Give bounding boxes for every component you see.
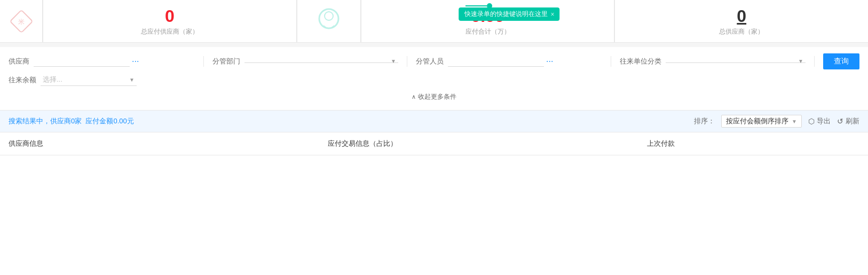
table-col-transaction-info: 应付交易信息（占比） (328, 139, 647, 148)
stat-suppliers-payable-label: 总应付供应商（家） (141, 27, 199, 36)
collapse-row: ∧ 收起更多条件 (9, 90, 859, 106)
filter-unit-class-label: 往来单位分类 (620, 57, 661, 66)
filter-balance-dropdown[interactable]: 选择... ▼ (41, 74, 137, 86)
filter-row-2: 往来余额 选择... ▼ (9, 74, 859, 86)
filter-section: 供应商 ··· 分管部门 ▼ 分管人员 ··· 往来单位分类 ▼ (0, 47, 868, 111)
filter-divider-1 (203, 56, 204, 67)
filter-person-input[interactable] (448, 56, 544, 67)
stat-total-suppliers: 快速录单的快捷键说明在这里 × 0 总供应商（家） (614, 0, 868, 42)
diamond-logo: 米 (8, 8, 35, 35)
filter-person: 分管人员 ··· (416, 56, 602, 67)
filter-supplier-input[interactable] (34, 56, 130, 67)
filter-balance: 往来余额 选择... ▼ (9, 74, 859, 86)
collapse-up-icon: ∧ (412, 93, 416, 100)
filter-department: 分管部门 ▼ (212, 57, 399, 66)
sort-chevron: ▼ (792, 119, 797, 124)
table-col-last-payment: 上次付款 (647, 139, 860, 148)
collapse-button[interactable]: ∧ 收起更多条件 (412, 92, 456, 101)
sort-value: 按应付会额倒序排序 (726, 116, 788, 126)
filter-department-dropdown[interactable]: ▼ (244, 60, 399, 63)
filter-divider-4 (814, 56, 815, 67)
export-icon: ⬡ (808, 117, 815, 125)
collapse-label: 收起更多条件 (418, 92, 456, 101)
tooltip-bubble: 快速录单的快捷键说明在这里 × (459, 7, 560, 21)
sort-select[interactable]: 按应付会额倒序排序 ▼ (721, 115, 802, 128)
export-button[interactable]: ⬡ 导出 (808, 116, 831, 126)
stat-total-suppliers-value: 0 (737, 6, 746, 26)
logo-area: 米 (0, 0, 43, 42)
filter-balance-label: 往来余额 (9, 75, 36, 85)
stat-suppliers-payable: 0 总应付供应商（家） (43, 0, 297, 42)
refresh-icon: ↺ (837, 117, 843, 125)
search-info: 搜索结果中，供应商0家 应付金额0.00元 (9, 116, 134, 126)
filter-unit-class: 往来单位分类 ▼ (620, 57, 806, 66)
svg-text:米: 米 (18, 18, 25, 26)
search-actions: 排序： 按应付会额倒序排序 ▼ ⬡ 导出 ↺ 刷新 (694, 115, 859, 128)
refresh-button[interactable]: ↺ 刷新 (837, 116, 859, 126)
filter-row-1: 供应商 ··· 分管部门 ▼ 分管人员 ··· 往来单位分类 ▼ (9, 53, 859, 69)
filter-person-label: 分管人员 (416, 57, 444, 66)
tooltip-line (465, 5, 487, 6)
query-button[interactable]: 查询 (823, 53, 859, 69)
svg-point-3 (325, 12, 333, 20)
filter-supplier-label: 供应商 (9, 57, 29, 66)
tooltip-container: 快速录单的快捷键说明在这里 × (465, 3, 492, 9)
filter-department-label: 分管部门 (212, 57, 240, 66)
search-balance-value: 0.00 (113, 117, 127, 125)
filter-divider-3 (611, 56, 611, 67)
filter-department-chevron: ▼ (391, 58, 396, 64)
stat-total-suppliers-label: 总供应商（家） (719, 27, 764, 36)
filter-balance-chevron: ▼ (129, 77, 135, 83)
search-balance-prefix: 应付金额 (85, 117, 113, 125)
filter-supplier-dots[interactable]: ··· (132, 57, 139, 66)
filter-balance-placeholder: 选择... (43, 75, 62, 84)
filter-unit-class-chevron: ▼ (798, 58, 803, 64)
mint-icon (313, 5, 345, 37)
filter-supplier: 供应商 ··· (9, 56, 195, 67)
search-supplier-unit: 家 (75, 117, 82, 125)
search-results-bar: 搜索结果中，供应商0家 应付金额0.00元 排序： 按应付会额倒序排序 ▼ ⬡ … (0, 111, 868, 132)
filter-person-dots[interactable]: ··· (546, 57, 553, 66)
search-balance-unit: 元 (127, 117, 134, 125)
mint-icon-area (297, 0, 361, 42)
export-label: 导出 (817, 116, 831, 126)
table-col-supplier-info: 供应商信息 (9, 139, 328, 148)
stat-suppliers-payable-value: 0 (165, 6, 175, 26)
filter-unit-class-dropdown[interactable]: ▼ (666, 60, 806, 63)
table-body (0, 155, 868, 275)
tooltip-close-button[interactable]: × (551, 11, 555, 18)
refresh-label: 刷新 (846, 116, 859, 126)
tooltip-text: 快速录单的快捷键说明在这里 (464, 10, 548, 19)
sort-label: 排序： (694, 116, 715, 126)
search-prefix: 搜索结果中，供应商 (9, 117, 71, 125)
stats-bar: 米 0 总应付供应商（家） 0.00 应付合计（万） 快速录单的快捷键说明在这里… (0, 0, 868, 43)
filter-divider-2 (407, 56, 407, 67)
table-header: 供应商信息 应付交易信息（占比） 上次付款 (0, 132, 868, 155)
stat-payable-total-label: 应付合计（万） (465, 27, 510, 36)
